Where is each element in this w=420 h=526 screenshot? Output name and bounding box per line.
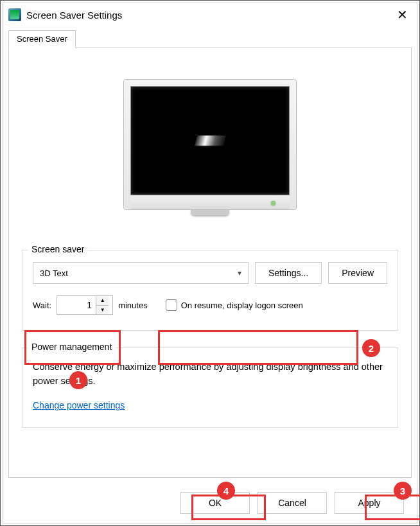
chevron-down-icon: ▾ (238, 268, 241, 277)
preview-button[interactable]: Preview (328, 262, 387, 284)
resume-checkbox[interactable] (166, 299, 177, 311)
spinner-down-icon[interactable]: ▼ (96, 306, 109, 315)
settings-button-label: Settings... (268, 268, 308, 278)
power-led-icon (271, 201, 276, 206)
preview-3d-text (194, 136, 225, 146)
tab-strip: Screen Saver (8, 30, 412, 48)
spinner-up-icon[interactable]: ▲ (96, 296, 109, 306)
cancel-button-label: Cancel (278, 498, 306, 508)
app-icon (8, 8, 21, 21)
preview-area (22, 58, 398, 241)
select-value: 3D Text (40, 268, 68, 278)
wait-input[interactable] (57, 296, 96, 314)
ok-button-label: OK (209, 498, 222, 508)
apply-button[interactable]: Apply (335, 492, 404, 514)
window-title: Screen Saver Settings (26, 10, 122, 21)
close-icon[interactable]: ✕ (393, 7, 412, 22)
wait-spinner[interactable]: ▲ ▼ (57, 295, 113, 315)
screensaver-group: Screen saver 3D Text ▾ Settings... Previ… (22, 250, 398, 331)
change-power-settings-link[interactable]: Change power settings (33, 400, 125, 410)
minutes-label: minutes (118, 301, 148, 310)
settings-button[interactable]: Settings... (255, 262, 322, 284)
screensaver-select[interactable]: 3D Text ▾ (33, 262, 249, 284)
monitor-preview (123, 79, 297, 215)
power-text: Conserve energy or maximize performance … (33, 360, 387, 389)
ok-button[interactable]: OK (180, 492, 250, 514)
tab-label: Screen Saver (17, 34, 67, 44)
wait-label: Wait: (33, 301, 51, 310)
power-group: Power management Conserve energy or maxi… (22, 347, 398, 428)
tab-body: Screen saver 3D Text ▾ Settings... Previ… (8, 48, 412, 478)
screensaver-legend: Screen saver (28, 244, 88, 254)
dialog-buttons: OK Cancel Apply (3, 483, 417, 523)
preview-button-label: Preview (342, 268, 374, 278)
apply-button-label: Apply (358, 498, 380, 508)
cancel-button[interactable]: Cancel (258, 492, 327, 514)
preview-screen (130, 86, 290, 195)
resume-checkbox-wrap[interactable]: On resume, display logon screen (166, 299, 303, 311)
power-legend: Power management (28, 342, 116, 352)
resume-checkbox-label: On resume, display logon screen (181, 301, 303, 310)
titlebar: Screen Saver Settings ✕ (3, 3, 417, 26)
tab-screen-saver[interactable]: Screen Saver (8, 30, 76, 48)
